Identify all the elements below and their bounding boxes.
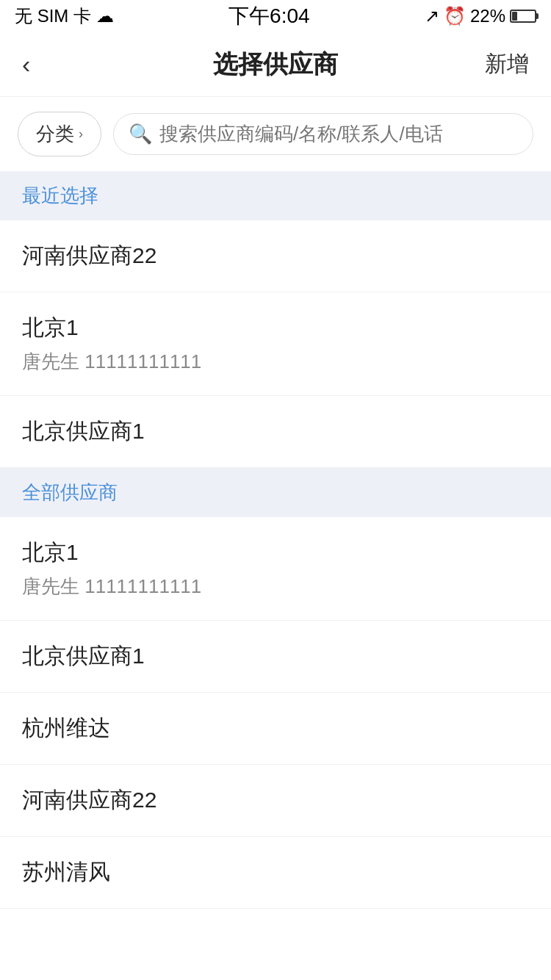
list-item[interactable]: 北京1 唐先生 11111111111 — [0, 517, 551, 621]
item-name: 河南供应商22 — [22, 785, 529, 815]
recent-section-label: 最近选择 — [22, 184, 98, 206]
status-right: ↗ ⏰ 22% — [425, 6, 536, 26]
sim-status: 无 SIM 卡 ☁ — [15, 4, 114, 28]
location-icon: ↗ — [425, 6, 439, 26]
nav-bar: ‹ 选择供应商 新增 — [0, 32, 551, 97]
alarm-icon: ⏰ — [444, 6, 466, 26]
search-icon: 🔍 — [129, 123, 152, 145]
list-item[interactable]: 北京1 唐先生 11111111111 — [0, 292, 551, 396]
item-name: 杭州维达 — [22, 713, 529, 743]
list-item[interactable]: 杭州维达 — [0, 693, 551, 765]
filter-bar: 分类 › 🔍 — [0, 97, 551, 171]
back-button[interactable]: ‹ — [22, 50, 66, 79]
status-bar: 无 SIM 卡 ☁ 下午6:04 ↗ ⏰ 22% — [0, 0, 551, 32]
list-item[interactable]: 苏州清风 — [0, 837, 551, 909]
status-left: 无 SIM 卡 ☁ — [15, 4, 114, 28]
item-name: 北京1 — [22, 313, 529, 343]
item-name: 北京供应商1 — [22, 417, 529, 447]
battery-icon — [510, 10, 536, 23]
battery-percent: 22% — [470, 6, 505, 26]
item-name: 北京供应商1 — [22, 641, 529, 671]
search-input[interactable] — [159, 123, 518, 145]
item-name: 河南供应商22 — [22, 241, 529, 271]
recent-list: 河南供应商22北京1 唐先生 11111111111北京供应商1 — [0, 220, 551, 468]
all-section-label: 全部供应商 — [22, 481, 118, 503]
category-button[interactable]: 分类 › — [18, 112, 101, 156]
item-sub: 唐先生 11111111111 — [22, 574, 529, 599]
all-section-header: 全部供应商 — [0, 468, 551, 517]
recent-section-header: 最近选择 — [0, 171, 551, 220]
search-bar[interactable]: 🔍 — [113, 113, 533, 155]
status-time: 下午6:04 — [228, 2, 310, 30]
all-list: 北京1 唐先生 11111111111北京供应商1杭州维达河南供应商22苏州清风 — [0, 517, 551, 909]
category-label: 分类 — [36, 121, 74, 147]
item-name: 苏州清风 — [22, 857, 529, 887]
list-item[interactable]: 河南供应商22 — [0, 220, 551, 292]
list-item[interactable]: 北京供应商1 — [0, 621, 551, 693]
page-title: 选择供应商 — [213, 48, 338, 82]
chevron-right-icon: › — [79, 126, 83, 142]
item-name: 北京1 — [22, 538, 529, 568]
add-button[interactable]: 新增 — [485, 49, 529, 79]
list-item[interactable]: 河南供应商22 — [0, 765, 551, 837]
list-item[interactable]: 北京供应商1 — [0, 396, 551, 468]
item-sub: 唐先生 11111111111 — [22, 349, 529, 375]
